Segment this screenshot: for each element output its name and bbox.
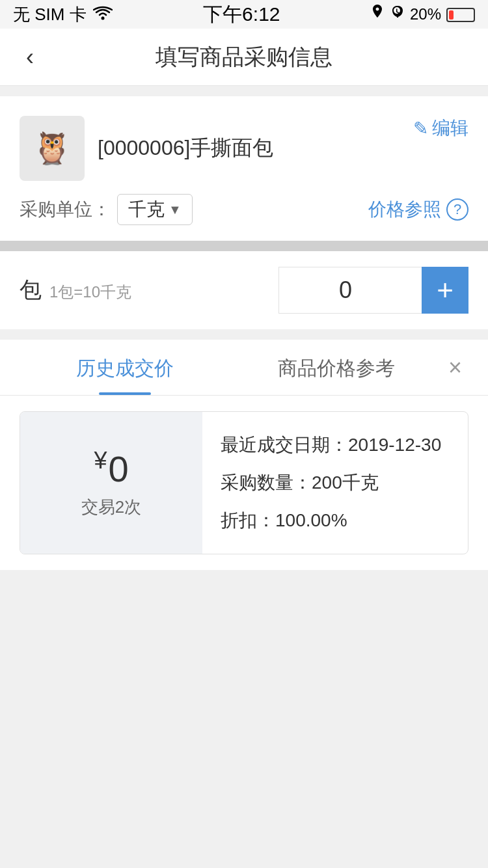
product-thumbnail: 🦉 [20,116,85,181]
status-bar: 无 SIM 卡 下午6:12 20% [0,0,488,29]
tab-close-button[interactable]: × [442,347,468,388]
history-price-block: ¥0 交易2次 [20,412,202,554]
history-section: ¥0 交易2次 最近成交日期：2019-12-30 采购数量：200千克 折扣：… [0,396,488,570]
history-trades-count: 交易2次 [81,496,141,519]
product-unit-row: 采购单位： 千克 ▼ 价格参照 ? [20,194,468,225]
tab-price-ref-label: 商品价格参考 [278,357,395,379]
history-card: ¥0 交易2次 最近成交日期：2019-12-30 采购数量：200千克 折扣：… [20,411,468,554]
main-content [0,570,488,868]
history-price-value: ¥0 [94,447,128,490]
discount-label: 折扣： [221,510,275,530]
history-discount-row: 折扣：100.00% [221,507,450,534]
quantity-label-block: 包 1包=10千克 [20,275,131,305]
unit-label: 采购单位： [20,197,111,222]
price-ref-label: 价格参照 [368,197,441,222]
unit-left: 采购单位： 千克 ▼ [20,194,193,225]
tabs-container: 历史成交价 商品价格参考 × [0,340,488,396]
product-left: 🦉 [0000006]手撕面包 [20,116,273,181]
product-header: 🦉 [0000006]手撕面包 ✎ 编辑 [20,116,468,181]
quantity-plus-button[interactable]: + [422,267,468,314]
alarm-icon [389,5,405,24]
location-icon [371,5,384,24]
edit-icon: ✎ [413,118,428,139]
unit-dropdown[interactable]: 千克 ▼ [117,194,193,225]
dropdown-arrow-icon: ▼ [169,202,182,217]
question-icon: ? [446,198,468,221]
tab-history-price[interactable]: 历史成交价 [20,340,230,395]
history-date-row: 最近成交日期：2019-12-30 [221,431,450,459]
currency-symbol: ¥ [94,447,107,474]
quantity-conversion: 1包=10千克 [49,282,131,303]
quantity-input[interactable] [278,267,422,314]
tab-history-label: 历史成交价 [76,357,174,379]
status-time: 下午6:12 [203,1,280,28]
price-number: 0 [108,448,128,489]
price-ref-button[interactable]: 价格参照 ? [368,197,468,222]
status-right: 20% [371,5,475,24]
product-logo-icon: 🦉 [33,130,72,167]
tab-product-price-ref[interactable]: 商品价格参考 [230,340,441,395]
quantity-input-block: + [278,267,468,314]
history-quantity-row: 采购数量：200千克 [221,469,450,496]
battery-icon [446,5,475,23]
status-left: 无 SIM 卡 [13,3,113,26]
back-button[interactable]: ‹ [20,37,40,77]
svg-point-0 [101,16,104,20]
battery-percent: 20% [410,5,441,23]
latest-date-value: 2019-12-30 [348,435,441,455]
page-title: 填写商品采购信息 [156,42,332,72]
discount-value: 100.00% [275,510,347,530]
edit-label: 编辑 [432,116,468,141]
section-divider [0,241,488,251]
nav-bar: ‹ 填写商品采购信息 [0,29,488,86]
unit-value: 千克 [128,197,165,222]
product-card: 🦉 [0000006]手撕面包 ✎ 编辑 采购单位： 千克 ▼ 价格参照 ? [0,96,488,241]
purchase-quantity-label: 采购数量： [221,472,312,493]
edit-button[interactable]: ✎ 编辑 [413,116,468,141]
product-name: [0000006]手撕面包 [98,134,273,163]
wifi-icon [93,5,113,25]
carrier-text: 无 SIM 卡 [13,3,87,26]
tab-active-indicator [99,392,151,395]
latest-date-label: 最近成交日期： [221,435,348,455]
quantity-unit: 包 [20,275,42,305]
purchase-quantity-value: 200千克 [312,472,379,493]
quantity-row: 包 1包=10千克 + [0,251,488,329]
history-details: 最近成交日期：2019-12-30 采购数量：200千克 折扣：100.00% [202,412,468,554]
